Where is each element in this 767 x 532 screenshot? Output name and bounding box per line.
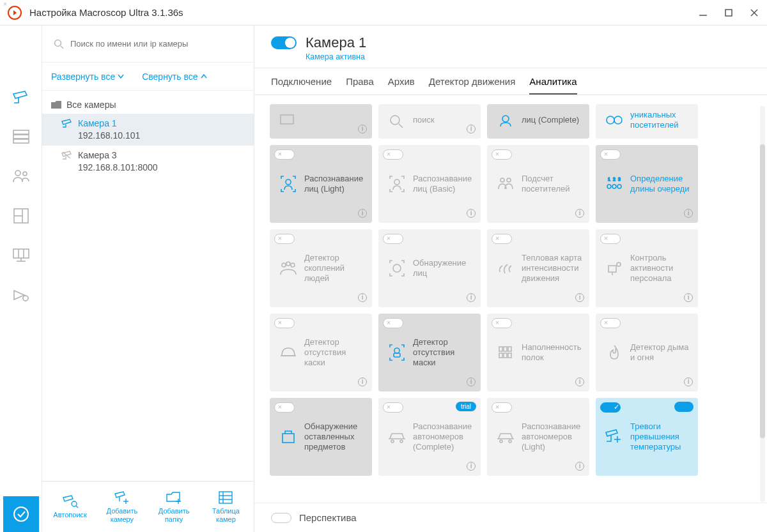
module-card-mask[interactable]: Детектор отсутствия маскиi: [378, 314, 481, 391]
module-card[interactable]: лиц (Complete): [487, 104, 589, 139]
info-icon[interactable]: i: [684, 293, 693, 302]
nav-rail: [0, 26, 42, 532]
module-toggle[interactable]: [492, 234, 512, 244]
sidebar: Развернуть все Свернуть все Все камеры К…: [42, 26, 254, 532]
rail-servers-icon[interactable]: [12, 128, 30, 146]
module-card[interactable]: уникальных посетителей: [596, 104, 698, 139]
rail-cameras-icon[interactable]: [12, 88, 30, 106]
module-card-counting[interactable]: Подсчет посетителейi: [487, 145, 589, 223]
module-card-face-light[interactable]: Распознавание лиц (Light)i: [270, 145, 372, 223]
module-card-abandoned[interactable]: Обнаружение оставленных предметов: [270, 398, 372, 476]
module-toggle[interactable]: [383, 402, 403, 413]
module-card-helmet[interactable]: Детектор отсутствия каскиi: [270, 314, 372, 391]
module-toggle[interactable]: [383, 234, 403, 244]
svg-rect-64: [283, 434, 294, 443]
module-card-face-basic[interactable]: Распознавание лиц (Basic)i: [378, 145, 481, 223]
scrollbar[interactable]: [760, 106, 765, 502]
module-toggle[interactable]: [492, 149, 512, 160]
tab-archive[interactable]: Архив: [388, 76, 415, 95]
svg-rect-12: [13, 249, 29, 258]
module-toggle[interactable]: [492, 318, 512, 328]
tab-connection[interactable]: Подключение: [271, 76, 332, 95]
module-card-face-detect[interactable]: Обнаружение лицi: [378, 229, 481, 307]
info-icon[interactable]: i: [467, 377, 476, 386]
rail-automation-icon[interactable]: [12, 286, 30, 304]
module-toggle[interactable]: [383, 149, 403, 160]
info-icon[interactable]: i: [358, 293, 367, 302]
tree-item-camera1[interactable]: Камера 1192.168.10.101: [42, 114, 254, 146]
tab-analytics[interactable]: Аналитика: [529, 76, 577, 95]
rail-plans-icon[interactable]: [12, 207, 30, 225]
info-icon[interactable]: i: [684, 377, 693, 386]
svg-point-41: [507, 178, 511, 182]
module-card[interactable]: i: [270, 104, 372, 139]
module-toggle[interactable]: [274, 318, 295, 328]
info-icon[interactable]: i: [358, 125, 367, 133]
rail-views-icon[interactable]: [12, 247, 30, 264]
camera-table-button[interactable]: Таблица камер: [202, 490, 250, 523]
add-folder-button[interactable]: Добавить папку: [150, 490, 198, 523]
module-card-shelf[interactable]: Наполненность полокi: [487, 314, 589, 391]
perspective-label: Перспектива: [299, 512, 357, 523]
module-card-anpr-complete[interactable]: trialРаспознавание автономеров (Complete…: [378, 398, 481, 476]
svg-point-7: [15, 171, 20, 176]
search-box[interactable]: [42, 26, 254, 63]
module-toggle[interactable]: [274, 234, 295, 244]
module-toggle[interactable]: [274, 402, 295, 413]
module-toggle[interactable]: [600, 402, 621, 413]
svg-rect-5: [13, 135, 29, 139]
info-icon[interactable]: i: [358, 377, 367, 386]
tree-item-camera3[interactable]: Камера 3192.168.8.101:8000: [42, 146, 254, 178]
tab-motion[interactable]: Детектор движения: [429, 76, 516, 95]
add-camera-button[interactable]: Добавить камеру: [98, 490, 146, 523]
search-input[interactable]: [70, 39, 242, 49]
info-icon[interactable]: i: [575, 377, 584, 386]
svg-line-34: [399, 124, 403, 128]
expand-all-button[interactable]: Развернуть все: [51, 72, 124, 82]
titlebar: Настройка Macroscop Ultra 3.1.36s: [0, 0, 767, 26]
module-card-crowd[interactable]: Детектор скоплений людейi: [270, 229, 372, 307]
svg-point-17: [23, 296, 28, 301]
svg-line-21: [63, 152, 70, 158]
module-toggle[interactable]: [274, 149, 295, 160]
module-card-activity[interactable]: Контроль активности персоналаi: [596, 229, 698, 307]
perspective-row[interactable]: Перспектива: [254, 503, 767, 532]
module-toggle[interactable]: [600, 149, 621, 160]
camera-enable-toggle[interactable]: [271, 36, 297, 49]
tree-root[interactable]: Все камеры: [42, 96, 254, 114]
info-icon[interactable]: i: [358, 209, 367, 218]
info-icon[interactable]: i: [684, 209, 693, 218]
autosearch-button[interactable]: Автопоиск: [46, 494, 94, 519]
info-icon[interactable]: i: [575, 293, 584, 302]
module-toggle[interactable]: [492, 402, 512, 413]
info-icon[interactable]: i: [575, 209, 584, 218]
camera-status: Камера активна: [306, 52, 750, 61]
svg-point-22: [72, 501, 77, 506]
module-card-fire[interactable]: Детектор дыма и огняi: [596, 314, 698, 391]
close-button[interactable]: [749, 8, 759, 18]
perspective-toggle[interactable]: [271, 513, 291, 523]
module-toggle[interactable]: [600, 318, 621, 328]
info-icon[interactable]: i: [467, 293, 476, 302]
module-card[interactable]: поискi: [378, 104, 481, 139]
svg-rect-60: [508, 347, 511, 351]
module-card-temperature[interactable]: Тревоги превышения температуры: [596, 398, 698, 476]
rail-users-icon[interactable]: [12, 167, 30, 185]
module-toggle[interactable]: [383, 318, 403, 328]
sidebar-actions: Автопоиск Добавить камеру Добавить папку…: [42, 481, 254, 532]
main-content: Камера 1 Камера активна Подключение Прав…: [254, 26, 767, 532]
info-icon[interactable]: i: [467, 209, 476, 218]
module-card-anpr-light[interactable]: Распознавание автономеров (Light)i: [487, 398, 589, 476]
tab-rights[interactable]: Права: [346, 76, 374, 95]
collapse-all-button[interactable]: Свернуть все: [142, 72, 206, 82]
info-icon[interactable]: i: [467, 125, 476, 133]
apply-button[interactable]: [3, 496, 39, 532]
maximize-button[interactable]: [724, 8, 734, 18]
module-card-heatmap[interactable]: Тепловая карта интенсивности движенияi: [487, 229, 589, 307]
module-card-queue[interactable]: 123Определение длины очередиi: [596, 145, 698, 223]
scrollbar-thumb[interactable]: [760, 144, 765, 438]
info-icon[interactable]: i: [467, 462, 476, 471]
info-icon[interactable]: i: [575, 462, 584, 471]
minimize-button[interactable]: [698, 8, 708, 18]
module-toggle[interactable]: [600, 234, 621, 244]
